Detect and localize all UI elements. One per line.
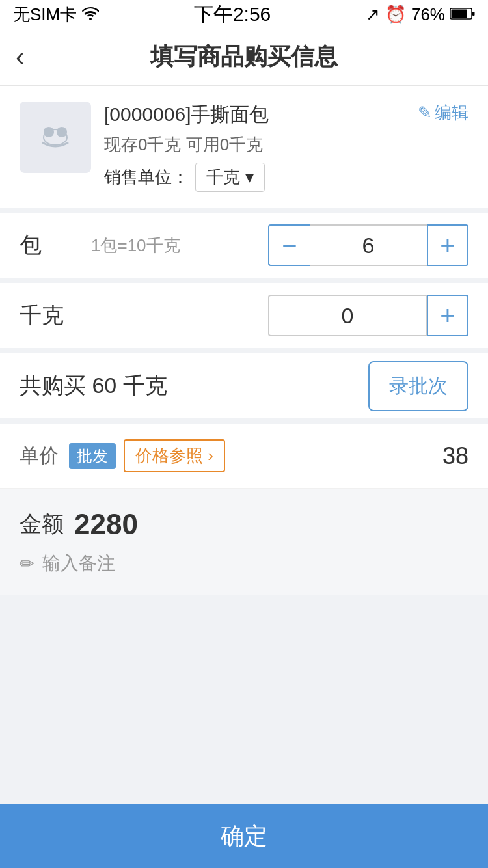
bao-sublabel: 1包=10千克 [91, 234, 268, 257]
edit-button[interactable]: ✎ 编辑 [418, 102, 468, 124]
nav-bar: ‹ 填写商品购买信息 [0, 29, 488, 86]
bao-plus-button[interactable]: + [427, 224, 468, 266]
kg-quantity-control: + [268, 295, 468, 336]
remark-icon: ✏ [20, 553, 34, 575]
status-bar: 无SIM卡 下午2:56 ↗ ⏰ 76% [0, 0, 488, 29]
unit-label: 销售单位： [104, 166, 189, 189]
remark-row[interactable]: ✏ 输入备注 [20, 551, 468, 576]
alarm-icon: ⏰ [385, 5, 406, 25]
status-right: ↗ ⏰ 76% [366, 5, 475, 25]
svg-rect-2 [472, 12, 475, 16]
price-tag: 批发 [69, 443, 116, 469]
svg-rect-1 [451, 9, 467, 18]
bao-row: 包 1包=10千克 − + [0, 213, 488, 278]
amount-section: 金额 2280 ✏ 输入备注 [0, 489, 488, 595]
product-logo-icon [36, 118, 75, 157]
product-unit: 销售单位： 千克 ▾ [104, 163, 468, 192]
price-section: 单价 批发 价格参照 › 38 [0, 424, 488, 489]
kg-row: 千克 + [0, 283, 488, 348]
svg-point-3 [44, 127, 54, 137]
record-batch-button[interactable]: 录批次 [368, 361, 468, 411]
product-card: [0000006]手撕面包 现存0千克 可用0千克 销售单位： 千克 ▾ ✎ 编… [0, 86, 488, 208]
bao-label: 包 [20, 230, 85, 260]
unit-dropdown-icon: ▾ [245, 167, 254, 187]
product-stock: 现存0千克 可用0千克 [104, 133, 468, 156]
product-title: [0000006]手撕面包 [104, 102, 468, 128]
bao-quantity-input[interactable] [310, 224, 427, 266]
kg-plus-button[interactable]: + [427, 295, 468, 336]
confirm-button[interactable]: 确定 [0, 804, 488, 868]
back-button[interactable]: ‹ [16, 42, 24, 72]
carrier-text: 无SIM卡 [13, 3, 77, 26]
product-info: [0000006]手撕面包 现存0千克 可用0千克 销售单位： 千克 ▾ [104, 102, 468, 192]
bao-minus-button[interactable]: − [268, 224, 310, 266]
edit-icon: ✎ [418, 103, 432, 123]
gps-icon: ↗ [366, 5, 380, 25]
svg-point-4 [57, 127, 67, 137]
remark-placeholder: 输入备注 [42, 551, 115, 576]
empty-space [0, 595, 488, 791]
battery-icon [450, 5, 475, 25]
svg-point-5 [44, 129, 67, 145]
wifi-icon [82, 5, 99, 25]
kg-label: 千克 [20, 301, 85, 331]
price-value: 38 [442, 442, 468, 470]
amount-label: 金额 [20, 509, 64, 539]
total-text: 共购买 60 千克 [20, 371, 368, 401]
kg-quantity-input[interactable] [268, 295, 427, 336]
status-time: 下午2:56 [194, 1, 271, 28]
unit-select[interactable]: 千克 ▾ [195, 163, 265, 192]
unit-value: 千克 [206, 166, 240, 189]
bao-quantity-control: − + [268, 224, 468, 266]
price-label: 单价 [20, 442, 59, 469]
page-title: 填写商品购买信息 [150, 41, 338, 73]
bao-section: 包 1包=10千克 − + [0, 213, 488, 278]
price-ref-button[interactable]: 价格参照 › [124, 439, 225, 472]
amount-value: 2280 [74, 508, 138, 541]
status-left: 无SIM卡 [13, 3, 99, 26]
product-image [20, 102, 91, 173]
price-row: 单价 批发 价格参照 › 38 [0, 424, 488, 489]
kg-section: 千克 + [0, 283, 488, 348]
edit-label: 编辑 [435, 102, 468, 124]
battery-text: 76% [411, 5, 445, 25]
amount-row: 金额 2280 [20, 508, 468, 541]
total-row: 共购买 60 千克 录批次 [0, 353, 488, 418]
